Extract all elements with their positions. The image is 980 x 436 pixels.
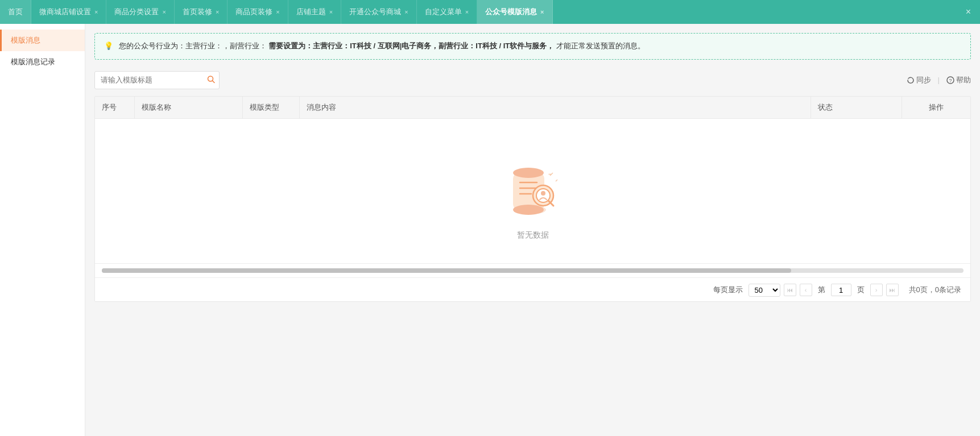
svg-text:?: ?	[949, 78, 952, 84]
page-di-label: 第	[818, 285, 825, 295]
nav-tab-homepage-deco-label: 首页装修	[183, 7, 212, 17]
nav-tab-shop-theme[interactable]: 店铺主题 ×	[288, 0, 341, 24]
sync-label: 同步	[916, 75, 931, 85]
sync-button[interactable]: 同步	[907, 75, 931, 85]
info-suffix: 才能正常发送预置的消息。	[556, 41, 645, 50]
bulb-icon: 💡	[104, 41, 113, 50]
close-weshop-settings-icon[interactable]: ×	[94, 9, 98, 15]
search-input-wrap	[94, 71, 220, 89]
info-prefix: 您的公众号行业为：主营行业：，副营行业：	[119, 41, 267, 50]
close-product-category-icon[interactable]: ×	[162, 9, 166, 15]
svg-point-6	[513, 168, 544, 178]
svg-line-17	[556, 180, 557, 181]
sync-help-area: 同步 | ? 帮助	[907, 75, 971, 85]
nav-tab-homepage-deco[interactable]: 首页装修 ×	[175, 0, 228, 24]
nav-tab-template-msg-label: 公众号模版消息	[485, 7, 537, 17]
scrollbar-thumb[interactable]	[102, 268, 791, 273]
prev-page-button[interactable]: ‹	[800, 284, 812, 296]
th-seq: 序号	[95, 97, 135, 118]
table-header: 序号 模版名称 模版类型 消息内容 状态 操作	[95, 97, 970, 119]
main-layout: 模版消息 模版消息记录 💡 您的公众号行业为：主营行业：，副营行业： 需要设置为…	[0, 24, 980, 436]
nav-tab-weshop-settings-label: 微商城店铺设置	[39, 7, 91, 17]
help-icon: ?	[946, 76, 954, 84]
total-info: 共0页，0条记录	[909, 285, 961, 295]
data-table: 序号 模版名称 模版类型 消息内容 状态 操作	[94, 96, 971, 302]
search-input[interactable]	[94, 71, 220, 89]
search-bar: 同步 | ? 帮助	[94, 71, 971, 89]
first-page-button[interactable]: ⏮	[784, 284, 796, 296]
empty-state: 暂无数据	[95, 119, 970, 263]
th-status: 状态	[811, 97, 902, 118]
page-number-input[interactable]	[831, 284, 851, 296]
info-box: 💡 您的公众号行业为：主营行业：，副营行业： 需要设置为：主营行业：IT科技 /…	[94, 33, 971, 60]
sidebar-item-template-msg-log[interactable]: 模版消息记录	[0, 51, 85, 73]
close-homepage-deco-icon[interactable]: ×	[216, 9, 219, 15]
svg-point-14	[541, 191, 545, 196]
sidebar: 模版消息 模版消息记录	[0, 24, 85, 436]
nav-tab-product-deco-label: 商品页装修	[235, 7, 272, 17]
content-area: 💡 您的公众号行业为：主营行业：，副营行业： 需要设置为：主营行业：IT科技 /…	[85, 24, 980, 436]
last-page-button[interactable]: ⏭	[886, 284, 899, 296]
search-icon	[207, 75, 215, 83]
empty-state-text: 暂无数据	[517, 230, 549, 240]
nav-tab-custom-menu-label: 自定义菜单	[425, 7, 462, 17]
nav-tab-product-category[interactable]: 商品分类设置 ×	[106, 0, 174, 24]
pagination: 每页显示 50 10 20 100 ⏮ ‹ 第 页 › ⏭ 共0页，0条记录	[95, 277, 970, 301]
sidebar-item-template-msg[interactable]: 模版消息	[0, 30, 85, 51]
info-highlight: 需要设置为：主营行业：IT科技 / 互联网|电子商务，副营行业：IT科技 / I…	[268, 41, 554, 50]
th-action: 操作	[902, 97, 970, 118]
nav-tab-custom-menu[interactable]: 自定义菜单 ×	[417, 0, 477, 24]
nav-tab-template-msg[interactable]: 公众号模版消息 ×	[477, 0, 552, 24]
help-label: 帮助	[956, 75, 971, 85]
next-page-button[interactable]: ›	[870, 284, 883, 296]
svg-line-1	[213, 81, 215, 83]
nav-tab-weshop-settings[interactable]: 微商城店铺设置 ×	[31, 0, 106, 24]
th-name: 模版名称	[135, 97, 243, 118]
th-content: 消息内容	[300, 97, 811, 118]
close-product-deco-icon[interactable]: ×	[276, 9, 279, 15]
nav-tab-open-mall[interactable]: 开通公众号商城 ×	[341, 0, 416, 24]
page-size-label: 每页显示	[713, 285, 743, 295]
nav-tab-home[interactable]: 首页	[0, 0, 31, 24]
sidebar-item-template-msg-log-label: 模版消息记录	[11, 57, 55, 66]
refresh-icon	[907, 76, 915, 84]
nav-tab-home-label: 首页	[8, 7, 23, 17]
top-navigation: 首页 微商城店铺设置 × 商品分类设置 × 首页装修 × 商品页装修 × 店铺主…	[0, 0, 980, 24]
close-shop-theme-icon[interactable]: ×	[329, 9, 333, 15]
page-size-select[interactable]: 50 10 20 100	[749, 284, 780, 297]
close-template-msg-icon[interactable]: ×	[540, 9, 544, 15]
nav-tab-product-category-label: 商品分类设置	[114, 7, 159, 17]
close-all-tabs-button[interactable]: ×	[957, 0, 980, 24]
help-button[interactable]: ? 帮助	[946, 75, 971, 85]
search-button[interactable]	[207, 75, 215, 85]
close-custom-menu-icon[interactable]: ×	[465, 9, 469, 15]
page-label: 页	[857, 285, 865, 295]
divider: |	[938, 76, 940, 84]
empty-state-illustration	[499, 153, 567, 221]
horizontal-scrollbar[interactable]	[95, 263, 970, 277]
nav-tab-product-deco[interactable]: 商品页装修 ×	[228, 0, 288, 24]
scrollbar-track[interactable]	[102, 268, 964, 273]
nav-tab-open-mall-label: 开通公众号商城	[349, 7, 401, 17]
svg-point-7	[513, 205, 544, 215]
close-open-mall-icon[interactable]: ×	[404, 9, 408, 15]
th-type: 模版类型	[243, 97, 300, 118]
nav-tab-shop-theme-label: 店铺主题	[296, 7, 326, 17]
sidebar-item-template-msg-label: 模版消息	[11, 36, 40, 44]
